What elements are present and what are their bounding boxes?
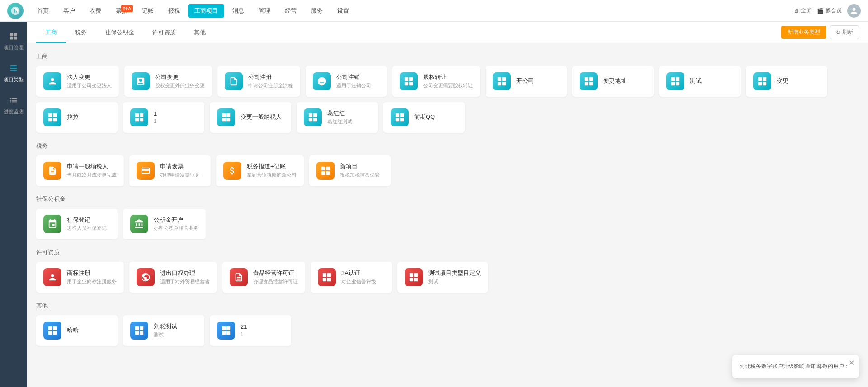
card-gongsi-biangeng[interactable]: 公司变更 股权变更外的业务变更	[124, 66, 212, 97]
card-desc: 测试	[428, 278, 481, 285]
svg-rect-39	[309, 113, 312, 117]
card-title: 股权转让	[423, 73, 473, 81]
svg-rect-46	[400, 118, 404, 121]
card-guquan-zhuanrang[interactable]: 股权转让 公司变更需要股权转让	[392, 66, 480, 97]
card-one[interactable]: 1 1	[123, 102, 204, 133]
refresh-icon: ↻	[836, 29, 840, 36]
svg-rect-52	[327, 273, 331, 277]
shebao-icon	[43, 215, 61, 233]
tab-shuiwu[interactable]: 税务	[66, 23, 96, 43]
nav-ticket[interactable]: 票据 new	[109, 4, 134, 18]
card-ceshi-type[interactable]: 测试项目类型目定义 测试	[397, 262, 488, 293]
nav-tax[interactable]: 报税	[162, 4, 186, 18]
refresh-button[interactable]: ↻ 刷新	[830, 25, 859, 39]
nav-manage[interactable]: 管理	[252, 4, 277, 18]
tab-gongshang[interactable]: 工商	[36, 23, 66, 43]
card-title: 公司变更	[155, 73, 205, 81]
fullscreen-btn[interactable]: 🖥 全屏	[793, 7, 811, 14]
card-21[interactable]: 21 1	[210, 315, 291, 346]
card-biangeng-dizhi[interactable]: 变更地址	[572, 66, 654, 97]
card-title: 申请发票	[160, 163, 200, 171]
svg-rect-63	[135, 326, 139, 330]
svg-rect-40	[313, 113, 317, 117]
nav-message[interactable]: 消息	[226, 4, 250, 18]
xinxiangmu-icon	[316, 162, 335, 180]
tab-shebao[interactable]: 社保公积金	[96, 23, 143, 43]
nav-bizproject[interactable]: 工商项目	[188, 4, 224, 18]
svg-rect-24	[763, 77, 766, 81]
nav-bookkeeping[interactable]: 记账	[136, 4, 160, 18]
card-shenqing-납세[interactable]: 申请一般纳税人 当月或次月成变更完成	[36, 155, 124, 186]
card-shangbiao-zhuce[interactable]: 商标注册 用于企业商标注册服务	[36, 262, 124, 293]
svg-rect-62	[53, 331, 57, 335]
svg-rect-16	[589, 77, 593, 81]
svg-rect-33	[135, 118, 139, 121]
card-desc: 当月或次月成变更完成	[67, 172, 117, 178]
svg-rect-11	[498, 77, 501, 81]
card-gongsi-zhuce[interactable]: 公司注册 申请公司注册全流程	[217, 66, 300, 97]
section-shebao: 社保公积金 社保登记 进行人员社保登记	[36, 195, 859, 239]
card-title: 申请一般纳税人	[67, 163, 117, 171]
nav-service[interactable]: 服务	[305, 4, 329, 18]
card-text: 公司注册 申请公司注册全流程	[248, 73, 293, 89]
card-desc: 拿到营业执照的新公司	[247, 172, 297, 178]
svg-rect-51	[323, 273, 326, 277]
nav-settings[interactable]: 设置	[331, 4, 355, 18]
sidebar-item-project-manage[interactable]: 项目管理	[0, 25, 27, 56]
card-ceshi[interactable]: 测试	[659, 66, 741, 97]
gongjijin-icon	[130, 215, 148, 233]
card-gehonghong[interactable]: 葛红红 葛红红测试	[297, 102, 378, 133]
sidebar-item-project-type[interactable]: 项目类型	[0, 57, 27, 88]
card-jinchuko[interactable]: 进出口权办理 适用于对外贸易经营者	[129, 262, 217, 293]
card-title: 税务报道+记账	[247, 163, 297, 171]
nav-operation[interactable]: 经营	[278, 4, 303, 18]
nav-client[interactable]: 客户	[57, 4, 81, 18]
card-text: 股权转让 公司变更需要股权转让	[423, 73, 473, 89]
logo	[7, 3, 24, 19]
section-title-qita: 其他	[36, 302, 859, 310]
svg-rect-44	[400, 113, 404, 117]
card-title: 公积金开户	[154, 216, 198, 224]
topnav-right: 🖥 全屏 🎬 畅会员	[793, 4, 861, 18]
card-haha[interactable]: 哈哈	[36, 315, 118, 346]
card-text: 税务报道+记账 拿到营业执照的新公司	[247, 163, 297, 178]
card-lala[interactable]: 拉拉	[36, 102, 118, 133]
card-shuiwu-baodao[interactable]: 税务报道+记账 拿到营业执照的新公司	[216, 155, 304, 186]
card-title: 进出口权办理	[160, 269, 210, 277]
nav-home[interactable]: 首页	[31, 4, 55, 18]
card-text: 3A认证 对企业信誉评级	[341, 269, 376, 285]
card-shipin-xuke[interactable]: 食品经营许可证 办理食品经营许可证	[222, 262, 305, 293]
card-text: 测试项目类型目定义 测试	[428, 269, 481, 285]
card-liucong-ceshi[interactable]: 刘聪测试 测试	[123, 315, 204, 346]
card-desc: 股权变更外的业务变更	[155, 82, 205, 89]
ceshi-icon	[666, 72, 684, 90]
card-3a-renzheng[interactable]: 3A认证 对企业信誉评级	[311, 262, 392, 293]
card-faren-biangeng[interactable]: 法人变更 适用于公司变更法人	[36, 66, 119, 97]
sidebar-item-progress[interactable]: 进度监测	[0, 89, 27, 120]
card-gongjijin-kaihu[interactable]: 公积金开户 办理公积金相关业务	[123, 209, 206, 239]
svg-rect-8	[409, 77, 413, 81]
card-gongsi-zhuxiao[interactable]: 公司注销 适用于注销公司	[306, 66, 387, 97]
member-btn[interactable]: 🎬 畅会员	[817, 7, 842, 14]
card-text: 变更地址	[603, 77, 627, 86]
card-qianqi-qq[interactable]: 前期QQ	[383, 102, 465, 133]
card-biangeng2[interactable]: 变更	[746, 66, 827, 97]
card-desc: 用于企业商标注册服务	[67, 278, 117, 285]
card-biangeng-납세[interactable]: 变更一般纳税人	[210, 102, 291, 133]
card-xin-xiangmu[interactable]: 新项目 报税加税控盘保管	[309, 155, 391, 186]
avatar[interactable]	[847, 4, 861, 18]
svg-rect-19	[671, 77, 675, 81]
tab-other[interactable]: 其他	[185, 23, 215, 43]
svg-rect-57	[410, 278, 413, 281]
card-shebao-dengji[interactable]: 社保登记 进行人员社保登记	[36, 209, 118, 239]
tab-xuke[interactable]: 许可资质	[143, 23, 185, 43]
notification-close-button[interactable]: ✕	[849, 359, 854, 367]
add-business-type-button[interactable]: 新增业务类型	[781, 26, 826, 39]
card-text: 食品经营许可证 办理食品经营许可证	[253, 269, 298, 285]
card-shenqing-fapiao[interactable]: 申请发票 办理申请发票业务	[129, 155, 211, 186]
card-kai-gongsi[interactable]: 开公司	[486, 66, 567, 97]
svg-rect-59	[48, 326, 52, 330]
card-desc: 适用于注销公司	[336, 82, 371, 89]
svg-rect-13	[498, 82, 501, 85]
nav-fee[interactable]: 收费	[83, 4, 108, 18]
